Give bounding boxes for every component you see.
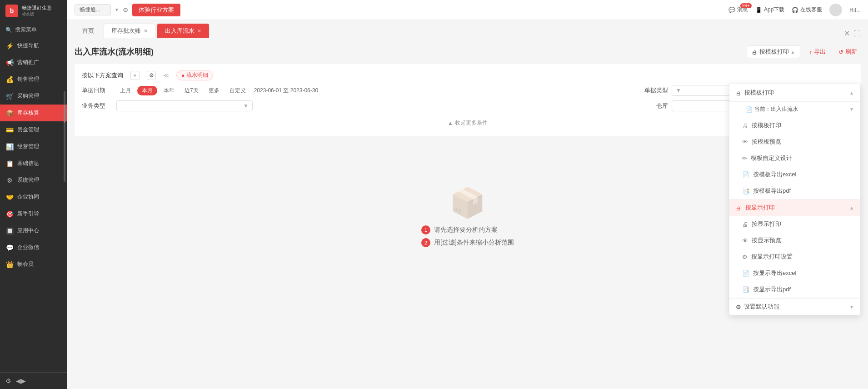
tab-batch[interactable]: 库存批次账 ✕: [104, 24, 155, 38]
tab-home[interactable]: 首页: [75, 24, 102, 38]
sidebar-item-finance[interactable]: 💳 资金管理: [0, 121, 67, 138]
template-excel-icon: 📄: [742, 171, 749, 178]
display-print-item[interactable]: 🖨 按显示打印: [729, 216, 860, 232]
sidebar-item-collab[interactable]: 🤝 企业协同: [0, 189, 67, 205]
filter-setting-button[interactable]: ⚙: [147, 71, 156, 80]
collapse-sidebar-icon[interactable]: ◀▶: [16, 377, 26, 384]
display-excel-icon: 📄: [742, 270, 749, 277]
display-preview-item[interactable]: 👁 按显示预览: [729, 232, 860, 249]
operation-icon: 📊: [5, 143, 14, 150]
sidebar-item-purchase[interactable]: 🛒 采购管理: [0, 88, 67, 105]
display-section-header[interactable]: 🖨 按显示打印 ▲: [729, 199, 860, 216]
current-arrow[interactable]: ▼: [849, 107, 854, 112]
dropdown-header-arrow[interactable]: ▲: [849, 90, 854, 95]
printer-icon: 🖨: [752, 49, 758, 55]
sidebar-item-inventory[interactable]: 📦 库存核算: [0, 105, 67, 121]
trial-button[interactable]: 体验行业方案: [132, 4, 180, 16]
date-btn-last-month[interactable]: 上月: [116, 86, 135, 95]
app-download-item[interactable]: 📱 App下载: [755, 6, 784, 14]
message-item[interactable]: 💬 消息 99+: [728, 6, 748, 14]
username-dropdown-arrow[interactable]: ▼: [115, 7, 119, 12]
date-btn-custom[interactable]: 自定义: [226, 86, 249, 95]
dropdown-printer-icon: 🖨: [736, 90, 742, 96]
display-pdf-icon: 📑: [742, 286, 749, 293]
template-excel-item[interactable]: 📄 按模板导出excel: [729, 166, 860, 183]
date-filter: 上月 本月 本年 近7天 更多 自定义 2023-06-01 至 2023-06…: [116, 86, 318, 95]
search-menu[interactable]: 🔍 搜索菜单: [0, 22, 67, 37]
sidebar-item-sales[interactable]: 💰 销售管理: [0, 71, 67, 88]
sidebar-item-wechat[interactable]: 💬 企业微信: [0, 239, 67, 256]
date-btn-this-month[interactable]: 本月: [137, 86, 157, 95]
header-settings-icon[interactable]: ⚙: [123, 6, 129, 14]
template-pdf-icon: 📑: [742, 188, 749, 194]
active-filter-tag[interactable]: ● 流水明细: [176, 70, 213, 80]
filter-collapse-btn[interactable]: ≪: [163, 72, 169, 79]
quick-nav-icon: ⚡: [5, 42, 14, 50]
date-btn-this-year[interactable]: 本年: [160, 86, 178, 95]
tab-batch-close[interactable]: ✕: [144, 28, 148, 34]
refresh-button[interactable]: ↺ 刷新: [835, 46, 861, 58]
header-left: 畅捷通... ▼ ⚙ 体验行业方案: [75, 4, 723, 16]
template-preview-item[interactable]: 👁 按模板预览: [729, 134, 860, 150]
tab-inout[interactable]: 出入库流水 ✕: [157, 24, 209, 38]
export-button[interactable]: ↑ 导出: [806, 46, 830, 58]
biz-type-select-arrow: ▼: [243, 103, 249, 109]
template-print-item[interactable]: 🖨 按模板打印: [729, 117, 860, 134]
print-button[interactable]: 🖨 按模板打印 ▲: [747, 45, 800, 58]
inventory-icon: 📦: [5, 110, 14, 117]
tab-inout-close[interactable]: ✕: [197, 28, 201, 34]
member-icon: 👑: [5, 261, 14, 268]
warehouse-label: 仓库: [656, 102, 668, 110]
tab-bar: 首页 库存批次账 ✕ 出入库流水 ✕ ✕ ⛶: [67, 20, 868, 38]
sidebar-item-basic[interactable]: 📋 基础信息: [0, 155, 67, 172]
display-section-icon: 🖨: [736, 204, 742, 211]
dropdown-header: 🖨 按模板打印 ▲: [729, 84, 860, 102]
settings-bottom-icon[interactable]: ⚙: [5, 377, 11, 384]
window-close-btn[interactable]: ✕: [844, 29, 850, 38]
page-content: 出入库流水(流水明细) 🖨 按模板打印 ▲ ↑ 导出 ↺ 刷新: [67, 38, 868, 389]
sidebar-item-member[interactable]: 👑 畅会员: [0, 256, 67, 273]
sidebar-scrollbar: [64, 91, 65, 182]
display-section-arrow[interactable]: ▲: [849, 205, 854, 210]
display-pdf-item[interactable]: 📑 按显示导出pdf: [729, 281, 860, 298]
collapse-up-icon: ▲: [448, 120, 453, 126]
collapse-button[interactable]: ▲ 收起更多条件: [448, 119, 488, 127]
filter-add-button[interactable]: +: [130, 71, 140, 80]
sidebar-item-app-center[interactable]: 🔲 应用中心: [0, 222, 67, 239]
filter-row-top: 按以下方案查询 + ⚙ ≪ ● 流水明细: [82, 70, 853, 80]
active-filter-icon: ●: [181, 72, 185, 79]
print-dropdown-arrow[interactable]: ▲: [791, 50, 795, 55]
marketing-icon: 📢: [5, 59, 14, 66]
online-service-item[interactable]: 🎧 在线客服: [792, 6, 822, 14]
sidebar-item-operation[interactable]: 📊 经营管理: [0, 138, 67, 155]
sidebar-nav: ⚡ 快捷导航 📢 营销推广 💰 销售管理 🛒 采购管理 📦 库存核算 💳 资金管…: [0, 37, 67, 372]
sidebar-scroll-thumb: [64, 105, 65, 123]
template-print-icon: 🖨: [742, 122, 748, 129]
sidebar-item-system[interactable]: ⚙ 系统管理: [0, 172, 67, 189]
step-2-text: 用[过滤]条件来缩小分析范围: [434, 239, 514, 247]
date-label: 单据日期: [82, 86, 109, 95]
dropdown-footer[interactable]: ⚙ 设置默认功能 ▼: [729, 298, 860, 315]
basic-icon: 📋: [5, 160, 14, 167]
display-settings-icon: ⚙: [742, 254, 748, 260]
date-btn-more[interactable]: 更多: [205, 86, 223, 95]
sidebar-item-guide[interactable]: 🎯 新手引导: [0, 205, 67, 222]
sidebar-item-marketing[interactable]: 📢 营销推广: [0, 54, 67, 71]
display-settings-item[interactable]: ⚙ 按显示打印设置: [729, 249, 860, 265]
empty-step-2: 2 用[过滤]条件来缩小分析范围: [421, 238, 514, 247]
empty-state-icon: 📦: [449, 186, 486, 220]
biz-type-select[interactable]: ▼: [116, 100, 253, 111]
main-area: 畅捷通... ▼ ⚙ 体验行业方案 💬 消息 99+ 📱 App下载 🎧 在线客…: [67, 0, 868, 389]
guide-icon: 🎯: [5, 210, 14, 218]
sidebar-item-quick-nav[interactable]: ⚡ 快捷导航: [0, 37, 67, 54]
template-pdf-item[interactable]: 📑 按模板导出pdf: [729, 183, 860, 199]
user-avatar[interactable]: [829, 4, 842, 16]
window-maximize-btn[interactable]: ⛶: [853, 30, 861, 38]
export-icon: ↑: [809, 49, 813, 55]
footer-arrow[interactable]: ▼: [849, 304, 854, 309]
display-excel-item[interactable]: 📄 按显示导出excel: [729, 265, 860, 281]
date-btn-7days[interactable]: 近7天: [181, 86, 202, 95]
empty-state-steps: 1 请先选择要分析的方案 2 用[过滤]条件来缩小分析范围: [421, 225, 514, 247]
template-customize-item[interactable]: ✏ 模板自定义设计: [729, 150, 860, 166]
message-icon: 💬: [728, 7, 735, 13]
